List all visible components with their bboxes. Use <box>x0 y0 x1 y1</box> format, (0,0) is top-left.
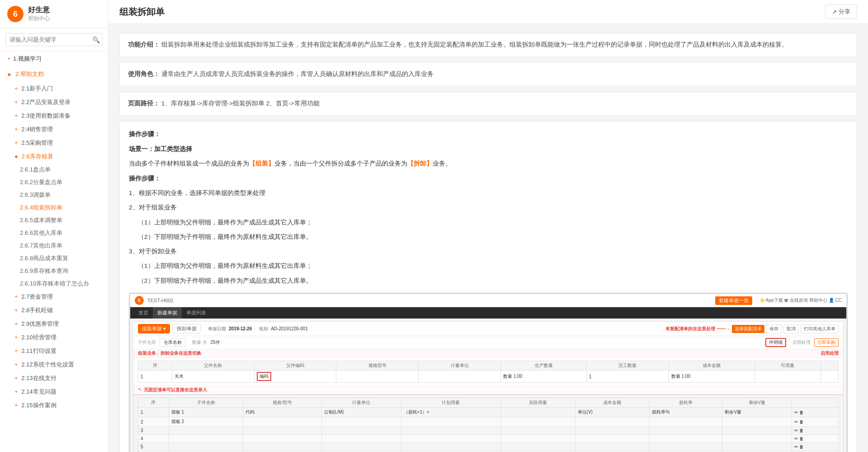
path-label: 页面路径： <box>128 100 160 107</box>
col-finish-qty: 完工数量 <box>586 361 669 371</box>
col-avail: 可用量 <box>755 361 821 371</box>
child-table-area: 序 子件名称 规格/型号 计量单位 计划用量 实际用量 成本金额 损耗率 剩余V <box>133 394 843 452</box>
sidebar-item-print[interactable]: + 2.11打印设置 <box>0 344 108 358</box>
sidebar-item-finance[interactable]: + 2.7资金管理 <box>0 290 108 304</box>
nav-new-bill[interactable]: 新建单据 <box>153 307 182 319</box>
expand-icon: + <box>7 56 10 62</box>
assembly-filter-input[interactable]: 件明细 <box>765 338 786 347</box>
steps-title: 操作步骤： <box>129 131 160 138</box>
sidebar-header: 6 好生意 帮助中心 <box>0 0 108 29</box>
sidebar-item-payment[interactable]: + 2.13在线支付 <box>0 371 108 385</box>
sidebar-item-sales[interactable]: + 2.4销售管理 <box>0 123 108 136</box>
sidebar-item-install[interactable]: + 2.2产品安装及登录 <box>0 95 108 109</box>
sidebar-item-stock-ledger[interactable]: 2.6.9库存账本查询 <box>0 265 108 277</box>
step1: 1、根据不同的业务，选择不同单据的类型来处理 <box>129 188 848 199</box>
sidebar-item-newbie[interactable]: + 2.1新手入门 <box>0 82 108 95</box>
sidebar-item-videos[interactable]: + 1.视频学习 <box>0 51 108 67</box>
plus-icon: + <box>14 347 18 354</box>
sidebar-item-other-out[interactable]: 2.6.7其他出库单 <box>0 239 108 252</box>
apply-btn[interactable]: 立即采购 <box>814 338 839 347</box>
child-table: 序 子件名称 规格/型号 计量单位 计划用量 实际用量 成本金额 损耗率 剩余V <box>138 398 839 452</box>
sidebar-item-purchase[interactable]: + 2.5采购管理 <box>0 136 108 150</box>
col-parent-code: 父件编码 <box>254 361 336 371</box>
plus-icon: + <box>14 85 18 92</box>
col-prod-qty: 生产数量 <box>501 361 587 371</box>
qty-value: 25件 <box>211 339 220 346</box>
sidebar-item-assembly[interactable]: 2.6.4组装拆卸单 <box>0 201 108 214</box>
sidebar-subsection-docs: + 2.1新手入门 + 2.2产品安装及登录 + 2.3使用前数据准备 + 2.… <box>0 82 108 412</box>
intro-label: 功能介绍： <box>128 41 160 48</box>
app-topbar: 6 TEST-H002 新建单据一览 ⭐ App下载 ☎ 在线咨询 帮助中心 👤… <box>130 294 846 307</box>
step3a: （1）上部明细为父件明细，最终作为原材料生成其它出库单； <box>129 261 848 271</box>
plus-icon: + <box>14 334 18 341</box>
sidebar-item-other-in[interactable]: 2.6.6其他入库单 <box>0 227 108 239</box>
share-icon: ↗ <box>832 9 837 15</box>
nav-home[interactable]: 首页 <box>134 307 153 319</box>
cell-cost: 数量 1.00 <box>669 371 755 383</box>
warehouse-label: 子件仓库 <box>138 339 156 346</box>
nav-bill-list[interactable]: 单据列表 <box>182 307 211 319</box>
table-row: 1 关木 编码 数量 1.00 1 <box>138 371 839 383</box>
table-row: 1 摸板 1 代码 公制(L/M) （损耗+1）+ 单位(V) 损耗率% 剩余 <box>138 408 839 417</box>
app-toolbar: 组装单据 ▾ 拆卸单据 单据日期 2019-12-26 组别 AD-201912… <box>133 322 843 336</box>
date-value: 2019-12-26 <box>229 326 252 331</box>
col-cost: 成本金额 <box>669 361 755 371</box>
select-bom-btn[interactable]: 选择装配清单 <box>732 325 764 333</box>
plus-icon: + <box>14 388 18 395</box>
col-loss: 损耗率 <box>650 398 722 408</box>
step2a: （1）上部明细为父件明细，最终作为产成品生成其它入库单； <box>129 217 848 228</box>
annotation1-area: 有装配清单的在这里处理 ——→ 选择装配清单 保存 取消 打印其他入库单 <box>665 324 839 333</box>
sidebar-item-docs[interactable]: ● 2.帮助文档 <box>0 67 108 82</box>
sidebar-item-stock-error[interactable]: 2.6.10库存账本错了怎么办 <box>0 277 108 290</box>
sidebar-item-cases[interactable]: + 2.15操作案例 <box>0 399 108 412</box>
annotation2: 组装业务、拆卸业务在这里切换 启用处理 <box>133 349 843 358</box>
minus-icon: ● <box>14 153 18 160</box>
sidebar-item-inventory[interactable]: ● 2.6库存核算 <box>0 150 108 163</box>
col-parent-name: 父件名称 <box>172 361 254 371</box>
sidebar-item-batch-stocktake[interactable]: 2.6.2分量盘点单 <box>0 176 108 189</box>
cancel-btn[interactable]: 取消 <box>783 324 799 333</box>
sidebar-item-cost-recalc[interactable]: 2.6.8商品成本重算 <box>0 252 108 265</box>
col-remain: 剩余V量 <box>722 398 792 408</box>
col-action <box>821 361 838 371</box>
plus-icon: + <box>14 126 18 133</box>
type-btn2[interactable]: 拆卸单据 <box>173 324 201 333</box>
col-cost2: 成本金额 <box>575 398 650 408</box>
search-wrap: 🔍 <box>5 33 103 46</box>
sidebar-item-coupon[interactable]: + 2.9优惠券管理 <box>0 317 108 331</box>
assembly-type-btn[interactable]: 组装单据 ▾ <box>138 324 170 333</box>
plus-icon: + <box>14 307 18 314</box>
new-bill-btn[interactable]: 新建单据一览 <box>715 296 752 305</box>
logo-char: 6 <box>13 10 18 19</box>
qty-label: 数量 共 <box>192 339 207 346</box>
col-seq2: 序 <box>138 398 169 408</box>
sidebar-item-mobile[interactable]: + 2.8手机旺铺 <box>0 304 108 317</box>
sidebar-item-ops[interactable]: + 2.10经营管理 <box>0 331 108 344</box>
sidebar-item-cost-adj[interactable]: 2.6.5成本调整单 <box>0 214 108 227</box>
parent-table: 序 父件名称 父件编码 规格型号 计量单位 生产数量 完工数量 成本金额 可用量 <box>138 361 839 383</box>
search-button[interactable]: 🔍 <box>92 36 100 43</box>
date-label: 单据日期 <box>208 326 226 332</box>
help-center-label: 帮助中心 <box>28 15 50 23</box>
sidebar-item-transfer[interactable]: 2.6.3调拨单 <box>0 189 108 201</box>
sidebar-item-custom[interactable]: + 2.12系统个性化设置 <box>0 358 108 371</box>
sidebar-item-data-prep[interactable]: + 2.3使用前数据准备 <box>0 109 108 123</box>
plus-icon: + <box>14 320 18 327</box>
sidebar-item-faq[interactable]: + 2.14常见问题 <box>0 385 108 399</box>
sidebar-item-stocktake[interactable]: 2.6.1盘点单 <box>0 163 108 176</box>
plus-icon: + <box>14 99 18 105</box>
share-button[interactable]: ↗ 分享 <box>825 5 857 19</box>
bill-no-label: 组别 <box>259 326 268 332</box>
sidebar: 6 好生意 帮助中心 🔍 + 1.视频学习 ● 2.帮助文档 + 2.1新手入门 <box>0 0 108 452</box>
save-btn[interactable]: 保存 <box>766 324 782 333</box>
col-child-name: 子件名称 <box>169 398 243 408</box>
sidebar-item-label: 2.帮助文档 <box>15 70 44 78</box>
col-child-spec: 规格/型号 <box>243 398 322 408</box>
print-btn[interactable]: 打印其他入库单 <box>801 324 839 333</box>
search-input[interactable] <box>5 33 103 46</box>
content-area: 功能介绍： 组装拆卸单用来处理企业组装或拆卸等加工业务，支持有固定装配清单的产品… <box>108 24 868 452</box>
step2b: （2）下部明细为子件明细，最终作为原材料生成其它出库单。 <box>129 232 848 243</box>
table-row: 5✏ 🗑 <box>138 443 839 451</box>
share-label: 分享 <box>839 8 850 16</box>
app-screenshot: 6 TEST-H002 新建单据一览 ⭐ App下载 ☎ 在线咨询 帮助中心 👤… <box>129 293 847 452</box>
